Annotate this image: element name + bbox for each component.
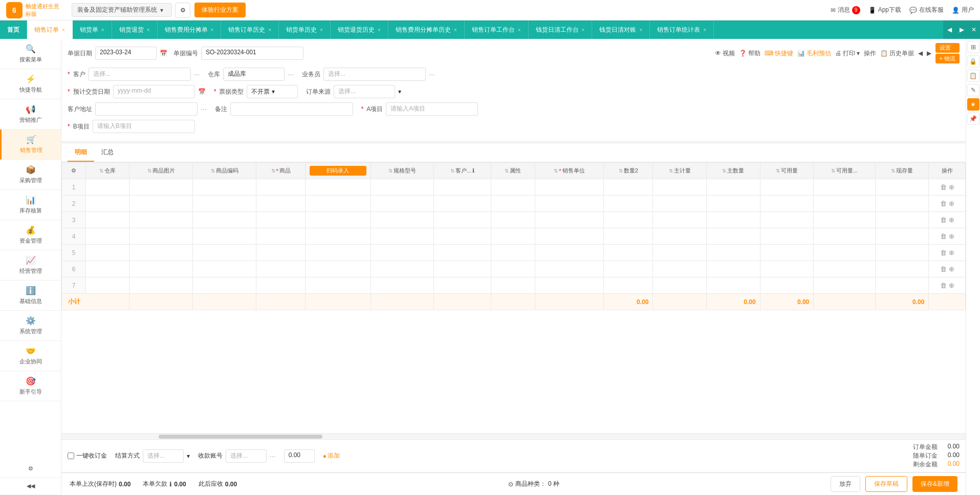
online-service-item[interactable]: 💬 在线客服 xyxy=(909,6,944,14)
right-action-2[interactable]: 🔒 xyxy=(967,55,979,68)
cell-attr[interactable] xyxy=(491,179,535,196)
sidebar-item-inventory[interactable]: 📊 库存核算 xyxy=(0,190,61,220)
copy-row-icon[interactable]: ⊕ xyxy=(949,265,954,273)
delete-row-icon[interactable]: 🗑 xyxy=(940,265,947,273)
order-num-input[interactable]: SO-20230324-001 xyxy=(201,47,303,60)
cell-image[interactable] xyxy=(129,179,193,196)
sidebar-item-sales[interactable]: 🛒 销售管理 xyxy=(0,130,61,160)
history-btn[interactable]: 📋 历史单据 xyxy=(880,49,914,58)
copy-row-icon[interactable]: ⊕ xyxy=(949,183,954,191)
tab-sales-slip[interactable]: 销货单 × xyxy=(73,20,112,39)
col-unit[interactable]: ⇅*销售单位 xyxy=(535,163,604,179)
col-product[interactable]: ⇅*商品 xyxy=(256,163,306,179)
close-tab-icon[interactable]: × xyxy=(639,27,642,33)
close-tab-icon[interactable]: × xyxy=(211,27,214,33)
delete-row-icon[interactable]: 🗑 xyxy=(940,183,947,191)
delete-row-icon[interactable]: 🗑 xyxy=(940,200,947,207)
sidebar-item-search[interactable]: 🔍 搜索菜单 xyxy=(0,39,61,69)
tab-return-history[interactable]: 销货退货历史 × xyxy=(331,20,388,39)
tab-expense-split[interactable]: 销售费用分摊单 × xyxy=(158,20,222,39)
col-main-unit[interactable]: ⇅主计量 xyxy=(653,163,707,179)
close-tab-icon[interactable]: × xyxy=(454,27,457,33)
app-download-item[interactable]: 📱 App下载 xyxy=(868,6,901,14)
cell-customer-sku[interactable] xyxy=(434,179,491,196)
tab-slip-history[interactable]: 销货单历史 × xyxy=(279,20,331,39)
system-selector[interactable]: 装备及固定资产辅助管理系统 ▾ xyxy=(72,3,172,17)
copy-row-icon[interactable]: ⊕ xyxy=(949,216,954,224)
invoice-type-select[interactable]: 不开票 ▾ xyxy=(247,85,298,98)
address-input[interactable] xyxy=(95,102,198,116)
col-available2[interactable]: ⇅可用量... xyxy=(814,163,876,179)
nav-next-arrow[interactable]: ▶ xyxy=(955,20,968,39)
close-tab-icon[interactable]: × xyxy=(101,27,104,33)
sidebar-item-finance[interactable]: 💰 资金管理 xyxy=(0,220,61,250)
staff-more-icon[interactable]: ··· xyxy=(429,70,435,78)
close-tab-icon[interactable]: × xyxy=(320,27,323,33)
b-project-input[interactable]: 请输入B项目 xyxy=(93,120,195,133)
close-tab-icon[interactable]: × xyxy=(703,27,706,33)
solution-button[interactable]: 体验行业方案 xyxy=(194,3,246,17)
one-click-checkbox[interactable]: 一键收订金 xyxy=(68,451,107,460)
tab-daily-workbench[interactable]: 钱货日清工作台 × xyxy=(529,20,593,39)
copy-row-icon[interactable]: ⊕ xyxy=(949,282,954,289)
table-scroll[interactable]: ⚙ ⇅仓库 ⇅商品图片 ⇅商品编码 ⇅*商品 扫码录入 ⇅规格型号 ⇅客户...… xyxy=(61,162,966,433)
col-customer-sku[interactable]: ⇅客户... ℹ xyxy=(434,163,491,179)
col-current[interactable]: ⇅现存量 xyxy=(875,163,929,179)
close-tab-icon[interactable]: × xyxy=(62,27,65,33)
cell-unit[interactable] xyxy=(535,179,604,196)
delete-row-icon[interactable]: 🗑 xyxy=(940,282,947,289)
settings-button[interactable]: 设置 xyxy=(935,43,960,53)
copy-row-icon[interactable]: ⊕ xyxy=(949,249,954,256)
a-project-input[interactable]: 请输入A项目 xyxy=(386,102,478,116)
discard-button[interactable]: 放弃 xyxy=(831,476,860,492)
delivery-date-input[interactable]: yyyy-mm-dd xyxy=(113,85,195,98)
tab-workbench[interactable]: 销售订单工作台 × xyxy=(465,20,529,39)
prev-record-btn[interactable]: ◀ xyxy=(918,50,923,57)
sidebar-item-collaboration[interactable]: 🤝 企业协同 xyxy=(0,341,61,371)
one-click-input[interactable] xyxy=(68,453,74,459)
delivery-calendar-icon[interactable]: 📅 xyxy=(198,88,206,95)
print-btn[interactable]: 🖨 打印 ▾ xyxy=(835,49,860,58)
delete-row-icon[interactable]: 🗑 xyxy=(940,249,947,256)
next-record-btn[interactable]: ▶ xyxy=(927,50,931,57)
close-tab-icon[interactable]: × xyxy=(268,27,271,33)
nav-prev-arrow[interactable]: ◀ xyxy=(943,20,955,39)
tab-sales-order[interactable]: 销售订单 × xyxy=(27,20,73,39)
save-new-button[interactable]: 保存&新增 xyxy=(912,476,957,492)
sidebar-item-purchase[interactable]: 📦 采购管理 xyxy=(0,160,61,190)
cell-scan[interactable] xyxy=(306,179,371,196)
settings-icon[interactable]: ⚙ xyxy=(175,3,190,18)
sidebar-item-guide[interactable]: 🎯 新手引导 xyxy=(0,371,61,401)
right-action-3[interactable]: 📋 xyxy=(967,70,979,82)
tab-daily-account[interactable]: 钱货日清对账 × xyxy=(592,20,650,39)
horizontal-scrollbar[interactable] xyxy=(61,433,966,439)
date-input[interactable]: 2023-03-24 xyxy=(95,47,157,60)
col-main-qty[interactable]: ⇅主数量 xyxy=(707,163,760,179)
sidebar-item-basic-info[interactable]: ℹ️ 基础信息 xyxy=(0,281,61,311)
right-action-6[interactable]: 📌 xyxy=(967,113,979,125)
customer-more-icon[interactable]: ··· xyxy=(194,70,200,78)
cell-current[interactable] xyxy=(875,179,929,196)
tab-order-history[interactable]: 销售订单历史 × xyxy=(221,20,279,39)
cell-warehouse[interactable] xyxy=(86,179,129,196)
amount-input[interactable]: 0.00 xyxy=(284,449,315,463)
sidebar-item-marketing[interactable]: 📢 营销推广 xyxy=(0,99,61,130)
scrollbar-thumb[interactable] xyxy=(159,435,322,439)
col-available[interactable]: ⇅可用量 xyxy=(760,163,814,179)
right-action-5[interactable]: ★ xyxy=(967,98,979,111)
close-tab-icon[interactable]: × xyxy=(518,27,521,33)
close-tab-icon[interactable]: × xyxy=(582,27,585,33)
cell-qty2[interactable] xyxy=(604,179,653,196)
right-action-4[interactable]: ✎ xyxy=(967,84,979,96)
col-spec[interactable]: ⇅规格型号 xyxy=(371,163,434,179)
remark-input[interactable] xyxy=(230,102,353,116)
cell-main-qty[interactable] xyxy=(707,179,760,196)
payment-method-dropdown[interactable]: ▾ xyxy=(187,453,190,460)
tab-home[interactable]: 首页 xyxy=(0,20,27,39)
operation-btn[interactable]: 操作 xyxy=(864,49,876,58)
col-scan[interactable]: 扫码录入 xyxy=(306,163,371,179)
profit-btn[interactable]: 📊 毛利预估 xyxy=(797,49,831,58)
right-action-1[interactable]: ⊞ xyxy=(967,41,979,53)
col-image[interactable]: ⇅商品图片 xyxy=(129,163,193,179)
col-sku[interactable]: ⇅商品编码 xyxy=(193,163,256,179)
